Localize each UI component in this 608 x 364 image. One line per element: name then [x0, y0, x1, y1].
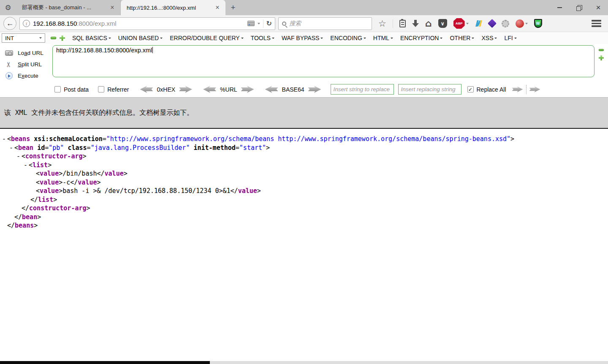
server-icon[interactable]: [247, 21, 255, 26]
tab-title: http://192.16...:8000/exp.xml: [127, 5, 213, 11]
home-icon[interactable]: ⌂: [425, 19, 432, 28]
menu-tools[interactable]: TOOLS: [251, 35, 274, 41]
menu-encoding[interactable]: ENCODING: [330, 35, 366, 41]
split-url-button[interactable]: ✂ Split URL: [0, 59, 52, 70]
xml-line: </beans>: [0, 221, 608, 230]
toolbar-icons: ☆ ⌂ ∨ ABP W: [378, 18, 605, 29]
xml-line: <value>-c</value>: [0, 178, 608, 187]
replace-all-checkbox[interactable]: ✓: [467, 86, 474, 92]
post-data-checkbox[interactable]: [54, 86, 61, 92]
xml-collapse-toggle[interactable]: -: [16, 152, 20, 161]
restore-button[interactable]: [569, 0, 589, 15]
close-window-button[interactable]: ×: [589, 0, 608, 15]
url-text[interactable]: 192.168.88.150:8000/exp.xml: [33, 20, 244, 27]
replace-all-label[interactable]: Replace All: [477, 86, 506, 93]
proxy-extension-button[interactable]: [516, 19, 528, 28]
info-icon[interactable]: i: [23, 20, 30, 27]
search-input[interactable]: 搜索: [278, 17, 372, 30]
chevron-down-icon: [241, 38, 244, 39]
menu-hamburger-icon[interactable]: [592, 20, 601, 27]
post-data-label[interactable]: Post data: [64, 86, 89, 93]
hex-label: 0xHEX: [157, 86, 176, 93]
menu-waf-bypass[interactable]: WAF BYPASS: [282, 35, 323, 41]
shrink-textarea-icon[interactable]: [599, 49, 604, 51]
hex-decode-arrow[interactable]: [140, 86, 153, 93]
xml-line: -<beans xsi:schemaLocation="http://www.s…: [0, 135, 608, 144]
abp-icon[interactable]: ABP: [453, 18, 465, 29]
downloads-icon[interactable]: [412, 20, 419, 27]
adblock-plus-button[interactable]: ABP: [453, 18, 469, 29]
xml-line: <value>/bin/bash</value>: [0, 169, 608, 178]
base64-encode-arrow[interactable]: [308, 86, 321, 93]
reload-icon[interactable]: ↻: [266, 19, 272, 27]
xml-line: </list>: [0, 196, 608, 204]
chevron-down-icon: [472, 38, 474, 39]
extension-n-icon[interactable]: [475, 20, 483, 27]
menu-html[interactable]: HTML: [373, 35, 393, 41]
replace-from-input[interactable]: [331, 84, 394, 95]
menu-union-based[interactable]: UNION BASED: [118, 35, 163, 41]
base64-label: BASE64: [282, 86, 304, 93]
shield-w-extension-icon[interactable]: W: [534, 19, 542, 28]
textarea-resize-controls: [594, 45, 608, 81]
base64-decode-arrow[interactable]: [265, 86, 278, 93]
url-decode-arrow[interactable]: [203, 86, 216, 93]
split-url-label: Split URL: [18, 61, 42, 68]
replace-apply-arrow[interactable]: [512, 87, 523, 92]
url-host: 192.168.88.150: [33, 20, 77, 27]
plus-icon[interactable]: [60, 35, 65, 41]
load-url-button[interactable]: Load URL: [0, 47, 52, 59]
hex-encode-arrow[interactable]: [179, 86, 192, 93]
url-bar[interactable]: i 192.168.88.150:8000/exp.xml ↻: [19, 17, 275, 30]
scrollbar-thumb[interactable]: [0, 361, 210, 364]
minus-icon[interactable]: [51, 37, 56, 39]
bookmark-star-icon[interactable]: ☆: [378, 19, 386, 29]
xml-collapse-toggle[interactable]: -: [24, 161, 27, 170]
menu-xss[interactable]: XSS: [481, 35, 497, 41]
hackbar-options-row: Post data Referrer 0xHEX %URL BASE64 ✓ R…: [0, 81, 608, 97]
replace-to-input[interactable]: [398, 84, 461, 95]
menu-encryption[interactable]: ENCRYPTION: [400, 35, 443, 41]
menu-other[interactable]: OTHER: [450, 35, 474, 41]
close-icon[interactable]: ×: [108, 4, 117, 11]
menu-lfi[interactable]: LFI: [504, 35, 516, 41]
new-tab-button[interactable]: +: [225, 0, 241, 15]
menu-error-double-query[interactable]: ERROR/DOUBLE QUERY: [170, 35, 243, 41]
gear-badge-extension-icon[interactable]: [502, 20, 509, 27]
back-button[interactable]: ←: [3, 17, 16, 30]
purple-diamond-extension-icon[interactable]: [487, 19, 496, 28]
xml-collapse-toggle[interactable]: -: [9, 144, 13, 152]
hackbar-menubar: INT SQL BASICSUNION BASEDERROR/DOUBLE QU…: [0, 32, 608, 44]
gear-icon[interactable]: ⚙: [0, 0, 16, 15]
bookmarks-clipboard-icon[interactable]: [399, 20, 406, 27]
horizontal-scrollbar[interactable]: [0, 361, 608, 364]
chevron-down-icon: [494, 38, 497, 39]
tab-exp-xml[interactable]: http://192.16...:8000/exp.xml ×: [121, 0, 225, 15]
hackbar-url-textarea[interactable]: http://192.168.88.150:8000/exp.xml: [52, 45, 594, 77]
url-encode-arrow[interactable]: [241, 86, 254, 93]
search-placeholder: 搜索: [289, 20, 301, 27]
chevron-down-icon[interactable]: [466, 23, 469, 24]
referrer-checkbox[interactable]: [98, 86, 104, 92]
injection-type-select[interactable]: INT: [2, 33, 45, 43]
xml-collapse-toggle[interactable]: -: [2, 135, 6, 144]
pocket-icon[interactable]: ∨: [438, 19, 447, 28]
minimize-button[interactable]: [550, 0, 569, 15]
injection-type-value: INT: [5, 35, 14, 41]
close-icon[interactable]: ×: [213, 4, 222, 11]
menu-sql-basics[interactable]: SQL BASICS: [72, 35, 111, 41]
load-url-icon: [5, 50, 13, 56]
chevron-down-icon[interactable]: [525, 23, 528, 24]
referrer-label[interactable]: Referrer: [107, 86, 129, 93]
scrollbar-track[interactable]: [210, 361, 608, 364]
grow-textarea-icon[interactable]: [599, 55, 604, 60]
replace-apply-arrow-2[interactable]: [529, 87, 540, 92]
tab-deploy-overview[interactable]: 部署概要 - base_domain - ... ×: [16, 0, 121, 15]
play-icon: [5, 72, 13, 79]
red-globe-icon[interactable]: [516, 19, 524, 28]
url-encode-label: %URL: [220, 86, 237, 93]
hackbar-panel: Load URL ✂ Split URL Execute http://192.…: [0, 44, 608, 98]
execute-button[interactable]: Execute: [0, 70, 52, 81]
chevron-down-icon[interactable]: [258, 23, 260, 24]
xml-line: -<constructor-arg>: [0, 152, 608, 161]
